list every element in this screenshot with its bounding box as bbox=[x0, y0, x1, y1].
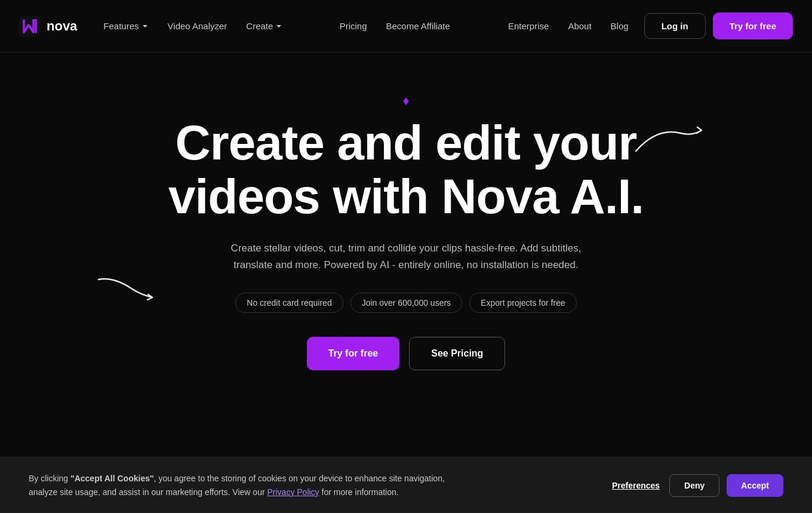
features-button[interactable]: Features bbox=[96, 16, 155, 36]
enterprise-link[interactable]: Enterprise bbox=[500, 16, 557, 36]
hero-section: ♦ Create and edit your videos with Nova … bbox=[0, 53, 812, 423]
cookie-prefix: By clicking bbox=[29, 474, 70, 483]
hero-actions: Try for free See Pricing bbox=[307, 337, 506, 370]
nav-item-video-analyzer: Video Analyzer bbox=[161, 16, 235, 36]
nav-links-right: Enterprise About Blog bbox=[500, 21, 637, 32]
nav-left: nova Features Video Analyzer Create bbox=[19, 16, 290, 37]
cookie-suffix: for more information. bbox=[319, 487, 399, 497]
nav-item-create: Create bbox=[239, 16, 290, 36]
login-button[interactable]: Log in bbox=[644, 13, 706, 39]
nav-links-left: Features Video Analyzer Create bbox=[96, 16, 290, 36]
chevron-down-icon-2 bbox=[275, 23, 282, 30]
video-analyzer-link[interactable]: Video Analyzer bbox=[161, 16, 235, 36]
accept-button[interactable]: Accept bbox=[727, 474, 783, 497]
nav-right: Enterprise About Blog Log in Try for fre… bbox=[500, 13, 793, 39]
deny-button[interactable]: Deny bbox=[669, 474, 719, 497]
cookie-highlight: "Accept All Cookies" bbox=[70, 474, 154, 483]
hero-title: Create and edit your videos with Nova A.… bbox=[167, 116, 645, 223]
badge-users: Join over 600,000 users bbox=[350, 293, 462, 313]
nav-try-free-button[interactable]: Try for free bbox=[713, 13, 793, 39]
hero-try-free-button[interactable]: Try for free bbox=[307, 337, 400, 370]
privacy-policy-link[interactable]: Privacy Policy bbox=[267, 487, 319, 497]
about-link[interactable]: About bbox=[559, 16, 599, 36]
create-button[interactable]: Create bbox=[239, 16, 290, 36]
nav-item-affiliate: Become Affiliate bbox=[377, 21, 458, 32]
navbar: nova Features Video Analyzer Create bbox=[0, 0, 812, 53]
blog-link[interactable]: Blog bbox=[602, 16, 637, 36]
chevron-down-icon bbox=[142, 23, 149, 30]
cookie-text: By clicking "Accept All Cookies", you ag… bbox=[29, 472, 447, 499]
deco-arrow-right bbox=[633, 124, 705, 154]
nav-center: Pricing Become Affiliate bbox=[331, 21, 459, 32]
cookie-banner: By clicking "Accept All Cookies", you ag… bbox=[0, 457, 812, 513]
hero-subtitle: Create stellar videos, cut, trim and col… bbox=[221, 240, 591, 274]
cookie-actions: Preferences Deny Accept bbox=[610, 474, 783, 497]
pricing-link[interactable]: Pricing bbox=[331, 16, 376, 36]
badge-no-cc: No credit card required bbox=[235, 293, 343, 313]
preferences-button[interactable]: Preferences bbox=[610, 474, 662, 497]
hero-see-pricing-button[interactable]: See Pricing bbox=[409, 337, 505, 370]
affiliate-link[interactable]: Become Affiliate bbox=[377, 16, 458, 36]
logo-link[interactable]: nova bbox=[19, 16, 77, 37]
logo-icon bbox=[19, 16, 41, 37]
deco-arrow-left bbox=[96, 274, 155, 303]
logo-text: nova bbox=[47, 19, 77, 34]
hero-badges: No credit card required Join over 600,00… bbox=[235, 293, 576, 313]
nav-item-features: Features bbox=[96, 16, 155, 36]
hero-diamond: ♦ bbox=[402, 93, 409, 109]
badge-export: Export projects for free bbox=[469, 293, 577, 313]
nav-item-pricing: Pricing bbox=[331, 21, 376, 32]
